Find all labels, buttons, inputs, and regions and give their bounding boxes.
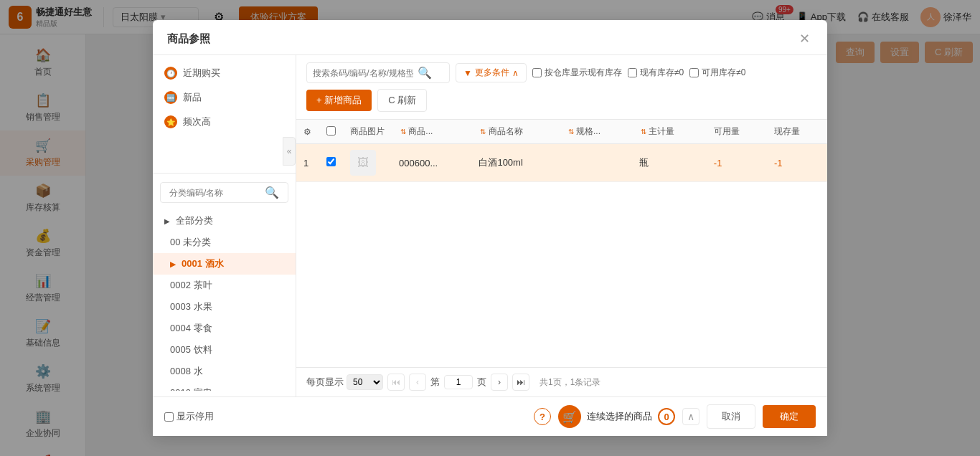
sort-icon: ⇅ [400,128,406,136]
category-search-input[interactable] [169,188,260,198]
left-panel: 🕐 近期购买 🆕 新品 ⭐ 频次高 « 🔍 [153,55,296,396]
tree-expand-icon: ▶ [164,217,170,225]
dialog-body: 🕐 近期购买 🆕 新品 ⭐ 频次高 « 🔍 [153,55,827,396]
warehouse-display-checkbox[interactable]: 按仓库显示现有库存 [532,67,622,79]
row-spec [560,144,632,182]
clock-icon: 🕐 [164,67,177,80]
dialog-footer: 显示停用 ? 🛒 连续选择的商品 0 ∧ 取消 确定 [153,396,827,436]
page-number-input[interactable] [444,375,473,389]
filter-icon: ▼ [463,68,472,78]
current-stock-checkbox[interactable]: 现有库存≠0 [628,67,684,79]
product-search-icon[interactable]: 🔍 [418,66,432,80]
cart-area[interactable]: 🛒 连续选择的商品 0 [558,405,675,428]
th-settings[interactable]: ⚙ [296,120,319,144]
th-available: 可用量 [707,120,767,144]
more-filters-button[interactable]: ▼ 更多条件 ∧ [456,63,527,82]
new-products-nav[interactable]: 🆕 新品 [153,85,296,110]
tree-item-0002[interactable]: 0002 茶叶 [153,275,296,296]
tree-item-0002-label: 0002 茶叶 [170,279,212,292]
tree-all-label: 全部分类 [176,214,213,227]
product-reference-dialog: 商品参照 ✕ 🕐 近期购买 🆕 新品 ⭐ 频次高 « [153,20,827,436]
tree-item-all[interactable]: ▶ 全部分类 [153,210,296,232]
tree-item-0008-label: 0008 水 [170,365,203,378]
cart-icon: 🛒 [558,405,581,428]
th-code[interactable]: ⇅ 商品... [392,120,471,144]
new-products-label: 新品 [183,91,202,104]
row-checkbox-cell[interactable] [319,144,343,182]
table-row[interactable]: 1 🖼 000600... 白酒100ml 瓶 -1 [296,144,827,182]
category-search-icon[interactable]: 🔍 [265,186,279,199]
tree-item-0008[interactable]: 0008 水 [153,361,296,382]
show-disabled-input[interactable] [164,412,174,422]
th-check[interactable] [319,120,343,144]
row-checkbox[interactable] [326,157,336,166]
category-search-box: 🔍 [160,182,288,203]
footer-left: 显示停用 [164,410,214,423]
refresh-button[interactable]: C 刷新 [377,89,427,112]
cancel-button[interactable]: 取消 [707,404,755,429]
collapse-left-panel-button[interactable]: « [283,137,296,166]
tree-item-0005[interactable]: 0005 饮料 [153,339,296,361]
warehouse-display-input[interactable] [532,68,542,77]
show-disabled-checkbox[interactable]: 显示停用 [164,410,214,423]
available-stock-input[interactable] [689,68,699,77]
product-image: 🖼 [350,150,376,176]
tree-item-00[interactable]: 00 未分类 [153,232,296,253]
add-product-button[interactable]: + 新增商品 [306,90,372,111]
table-body: 1 🖼 000600... 白酒100ml 瓶 -1 [296,144,827,182]
available-stock-checkbox[interactable]: 可用库存≠0 [689,67,745,79]
total-info: 共1页，1条记录 [540,376,600,389]
row-image-cell: 🖼 [343,144,392,182]
product-table-container: ⚙ 商品图片 ⇅ 商品... ⇅ 商品名称 [296,120,827,367]
current-stock-input[interactable] [628,68,637,77]
page-size-selector: 每页显示 10 20 50 100 [306,374,383,390]
select-all-checkbox[interactable] [326,126,336,136]
frequent-nav[interactable]: ⭐ 频次高 [153,110,296,134]
sort-icon-name: ⇅ [480,128,486,136]
new-icon: 🆕 [164,91,177,104]
dialog-title: 商品参照 [167,32,210,46]
th-image: 商品图片 [343,120,392,144]
dialog-toolbar: 🔍 ▼ 更多条件 ∧ 按仓库显示现有库存 现有库存≠0 可用库存≠0 [296,55,827,120]
row-code: 000600... [392,144,471,182]
tree-item-0001[interactable]: ▶ 0001 酒水 [153,253,296,275]
tree-item-00-label: 00 未分类 [170,236,211,249]
th-unit[interactable]: ⇅ 主计量 [632,120,707,144]
cart-label: 连续选择的商品 [587,410,652,423]
sort-icon-unit: ⇅ [641,128,646,136]
tree-item-0001-arrow: ▶ [170,260,176,268]
row-name: 白酒100ml [471,144,559,182]
tree-item-0010[interactable]: 0010 家电 [153,382,296,391]
product-search-input[interactable] [313,68,413,78]
category-tree: ▶ 全部分类 00 未分类 ▶ 0001 酒水 0002 茶叶 0003 水果 [153,207,296,391]
first-page-button[interactable]: ⏮ [387,374,405,391]
tree-item-0004-label: 0004 零食 [170,322,212,335]
left-collapse-row: « [153,134,296,168]
current-stock-label: 现有库存≠0 [640,67,684,79]
row-available: -1 [707,144,767,182]
last-page-button[interactable]: ⏭ [512,374,529,391]
page-size-select[interactable]: 10 20 50 100 [347,374,383,390]
prev-page-button[interactable]: ‹ [409,374,426,391]
help-icon[interactable]: ? [534,408,551,425]
recent-purchase-nav[interactable]: 🕐 近期购买 [153,61,296,85]
th-stock: 现存量 [767,120,827,144]
tree-item-0003[interactable]: 0003 水果 [153,296,296,318]
tree-item-0004[interactable]: 0004 零食 [153,318,296,339]
dialog-header: 商品参照 ✕ [153,20,827,55]
th-name[interactable]: ⇅ 商品名称 [471,120,559,144]
cart-collapse-button[interactable]: ∧ [682,408,699,425]
page-suffix-label: 页 [477,376,486,389]
page-label: 第 [430,376,440,389]
tree-item-0003-label: 0003 水果 [170,300,212,313]
confirm-button[interactable]: 确定 [763,405,816,428]
show-disabled-label: 显示停用 [176,410,214,423]
dialog-close-button[interactable]: ✕ [796,30,813,47]
chevron-up-icon: ∧ [512,68,519,78]
star-icon: ⭐ [164,115,177,128]
th-spec[interactable]: ⇅ 规格... [560,120,632,144]
more-filters-label: 更多条件 [475,67,509,79]
table-header: ⚙ 商品图片 ⇅ 商品... ⇅ 商品名称 [296,120,827,144]
next-page-button[interactable]: › [491,374,508,391]
tree-item-0005-label: 0005 饮料 [170,343,212,356]
